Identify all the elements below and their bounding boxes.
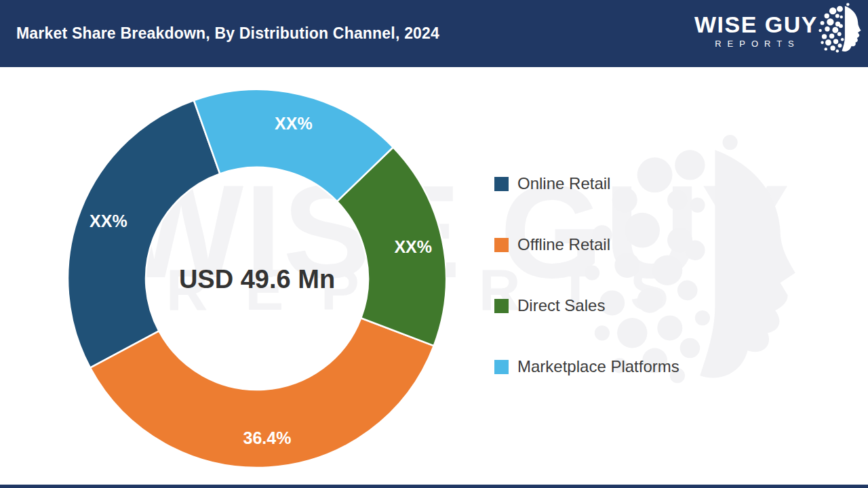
logo-wordmark: WISE GUY (694, 12, 818, 37)
legend-label: Marketplace Platforms (517, 357, 679, 376)
segment-value-label: XX% (90, 211, 127, 230)
segment-value-label: XX% (275, 114, 313, 133)
segment-value-label: 36.4% (243, 428, 292, 447)
footer-bar (0, 485, 868, 488)
legend-item-online-retail: Online Retail (494, 174, 679, 193)
chart-title: Market Share Breakdown, By Distribution … (0, 24, 439, 43)
wiseguy-logo: WISE GUY REPORTS (694, 3, 864, 58)
donut-chart: XX%36.4%XX%XX% USD 49.6 Mn (68, 89, 446, 468)
legend-label: Offline Retail (517, 235, 610, 254)
legend-label: Direct Sales (517, 296, 605, 315)
legend-swatch (494, 360, 509, 374)
legend-swatch (494, 238, 509, 252)
wiseguy-logo-text: WISE GUY REPORTS (694, 12, 818, 48)
chart-area: WISE GUY REPORTS XX%36.4%XX%XX% USD 49.6… (0, 67, 868, 485)
header-bar: Market Share Breakdown, By Distribution … (0, 0, 868, 67)
legend-label: Online Retail (517, 174, 610, 193)
wiseguy-face-icon (814, 3, 864, 58)
legend-swatch (494, 299, 509, 313)
legend-item-marketplace-platforms: Marketplace Platforms (494, 357, 679, 376)
legend-swatch (494, 177, 509, 191)
chart-legend: Online Retail Offline Retail Direct Sale… (494, 174, 679, 418)
infographic-page: Market Share Breakdown, By Distribution … (0, 0, 868, 488)
donut-segment-online-retail (68, 100, 220, 368)
center-value-label: USD 49.6 Mn (179, 265, 335, 293)
legend-item-offline-retail: Offline Retail (494, 235, 679, 254)
legend-item-direct-sales: Direct Sales (494, 296, 679, 315)
logo-subtitle: REPORTS (712, 39, 800, 49)
segment-value-label: XX% (394, 237, 432, 256)
